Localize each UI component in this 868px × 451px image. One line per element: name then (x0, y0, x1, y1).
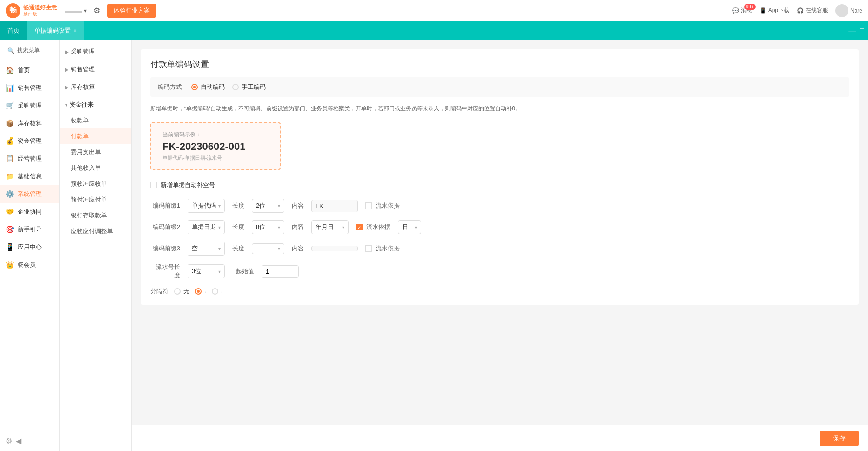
radio-manual[interactable]: 手工编码 (232, 83, 266, 91)
sidebar-item-system[interactable]: ⚙️ 系统管理 (0, 185, 59, 203)
stream3-checkbox[interactable] (365, 245, 372, 252)
stream1-row: 流水依据 (365, 202, 400, 210)
system-icon: ⚙️ (6, 190, 14, 198)
separator-dot1[interactable]: · (195, 288, 206, 295)
stream2-label: 流水依据 (366, 223, 390, 231)
prefix3-select[interactable]: 空 ▾ (188, 242, 225, 256)
messages-item[interactable]: 💬 消息 99+ (732, 7, 752, 14)
content1-label: 内容 (292, 202, 304, 210)
online-service-item[interactable]: 🎧 在线客服 (797, 7, 828, 14)
separator-row: 分隔符 无 · · (150, 287, 849, 296)
prefix1-select[interactable]: 单据代码 ▾ (188, 199, 225, 213)
stream3-row: 流水依据 (365, 244, 400, 253)
group-inventory: ▶ 库存核算 (60, 79, 131, 95)
sidebar-item-label: 资金管理 (18, 137, 42, 145)
tab-home[interactable]: 首页 (0, 21, 27, 40)
auto-fill-row: 新增单据自动补空号 (150, 181, 849, 189)
maximize-icon[interactable]: □ (860, 27, 864, 35)
group-inventory-title[interactable]: ▶ 库存核算 (60, 79, 131, 95)
sidebar-item-label: 库存核算 (18, 119, 42, 128)
tab-settings-label: 单据编码设置 (34, 27, 71, 35)
content3-value (311, 246, 358, 251)
stream1-checkbox[interactable] (365, 202, 372, 209)
sidebar-item-label: 采购管理 (18, 101, 42, 110)
second-item-adjust[interactable]: 应收应付调整单 (60, 223, 131, 239)
prefix2-select[interactable]: 单据日期 ▾ (188, 220, 225, 234)
prefix3-value: 空 (192, 244, 198, 253)
second-item-income[interactable]: 其他收入单 (60, 160, 131, 176)
sidebar-item-purchase[interactable]: 🛒 采购管理 (0, 97, 59, 114)
user-name: Nare (850, 7, 862, 14)
search-menu-button[interactable]: 🔍 搜索菜单 (4, 44, 55, 57)
length1-value: 2位 (256, 202, 265, 210)
tab-settings[interactable]: 单据编码设置 × (27, 21, 84, 40)
messages-badge: 99+ (744, 4, 756, 10)
separator-dot1-label: · (204, 288, 206, 295)
second-item-prepay-ap[interactable]: 预付冲应付单 (60, 192, 131, 208)
tab-close-icon[interactable]: × (74, 27, 77, 34)
serial-length-select[interactable]: 3位 ▾ (188, 264, 225, 278)
start-value-input[interactable] (262, 265, 299, 278)
period-select[interactable]: 日 ▾ (398, 220, 421, 234)
group-funds-title[interactable]: ▾ 资金往来 (60, 97, 131, 113)
user-info[interactable]: Nare (835, 4, 862, 17)
preview-code: FK-20230602-001 (162, 141, 269, 153)
group-label: 库存核算 (71, 83, 95, 91)
radio-auto[interactable]: 自动编码 (191, 83, 225, 91)
phone-icon: 📱 (760, 7, 767, 14)
sidebar-item-home[interactable]: 🏠 首页 (0, 61, 59, 79)
logo-icon: 畅 (6, 3, 20, 18)
sidebar-item-base[interactable]: 📁 基础信息 (0, 168, 59, 185)
auto-fill-checkbox[interactable] (150, 182, 157, 188)
minimize-icon[interactable]: — (848, 27, 856, 35)
chevron-down-icon: ▾ (415, 225, 417, 230)
sidebar-item-operations[interactable]: 📋 经营管理 (0, 150, 59, 168)
chevron-right-icon: ▶ (65, 49, 69, 54)
sidebar-item-label: 销售管理 (18, 84, 42, 92)
header-dropdown[interactable]: ▬▬▬ ▾ (65, 7, 87, 14)
content2-select[interactable]: 年月日 ▾ (311, 220, 349, 234)
settings-bottom-icon[interactable]: ⚙ (6, 437, 12, 445)
group-purchase-title[interactable]: ▶ 采购管理 (60, 44, 131, 60)
sidebar-item-enterprise[interactable]: 🤝 企业协同 (0, 203, 59, 221)
sidebar-search[interactable]: 🔍 搜索菜单 (0, 40, 59, 61)
sales-icon: 📊 (6, 84, 14, 92)
second-sidebar: ▶ 采购管理 ▶ 销售管理 ▶ 库存核算 ▾ 资金往来 收款单 付款单 费用支出… (60, 40, 132, 451)
main-layout: 🔍 搜索菜单 🏠 首页 📊 销售管理 🛒 采购管理 📦 库存核算 💰 资金管理 … (0, 40, 868, 451)
collapse-sidebar-icon[interactable]: ◀ (16, 437, 21, 445)
chevron-right-icon: ▶ (65, 67, 69, 72)
separator-none[interactable]: 无 (174, 287, 189, 296)
length1-label: 长度 (232, 202, 244, 210)
sidebar-item-guide[interactable]: 🎯 新手引导 (0, 221, 59, 238)
length1-select[interactable]: 2位 ▾ (252, 199, 284, 213)
second-item-prepay-ar[interactable]: 预收冲应收单 (60, 176, 131, 192)
length2-select[interactable]: 8位 ▾ (252, 220, 284, 234)
page-title: 付款单编码设置 (150, 59, 849, 70)
group-sales-title[interactable]: ▶ 销售管理 (60, 61, 131, 77)
content3-label: 内容 (292, 244, 304, 253)
sidebar-item-apps[interactable]: 📱 应用中心 (0, 238, 59, 256)
second-item-bank[interactable]: 银行存取款单 (60, 208, 131, 223)
chevron-down-icon: ▾ (278, 203, 280, 209)
vip-icon: 👑 (6, 261, 14, 269)
sidebar-item-vip[interactable]: 👑 畅会员 (0, 256, 59, 274)
group-label: 销售管理 (71, 65, 95, 74)
stream2-checkbox[interactable]: ✓ (356, 224, 363, 230)
length3-select[interactable]: ▾ (252, 243, 284, 254)
logo-text: 畅通道好生意 插件版 (23, 4, 57, 16)
app-download-item[interactable]: 📱 App下载 (760, 7, 789, 14)
save-button[interactable]: 保存 (820, 431, 859, 446)
separator-dot2[interactable]: · (212, 288, 223, 295)
top-header: 畅 畅通道好生意 插件版 ▬▬▬ ▾ ⚙ 体验行业方案 💬 消息 99+ 📱 A… (0, 0, 868, 21)
second-item-payment[interactable]: 付款单 (60, 128, 131, 144)
trial-button[interactable]: 体验行业方案 (107, 4, 156, 18)
gear-icon[interactable]: ⚙ (90, 4, 103, 17)
sidebar-item-sales[interactable]: 📊 销售管理 (0, 79, 59, 97)
sidebar-item-inventory[interactable]: 📦 库存核算 (0, 114, 59, 132)
purchase-icon: 🛒 (6, 101, 14, 110)
sidebar-item-finance[interactable]: 💰 资金管理 (0, 132, 59, 150)
tab-home-label: 首页 (7, 27, 20, 35)
second-item-receipt[interactable]: 收款单 (60, 113, 131, 128)
second-item-expense[interactable]: 费用支出单 (60, 144, 131, 160)
group-sales: ▶ 销售管理 (60, 61, 131, 77)
